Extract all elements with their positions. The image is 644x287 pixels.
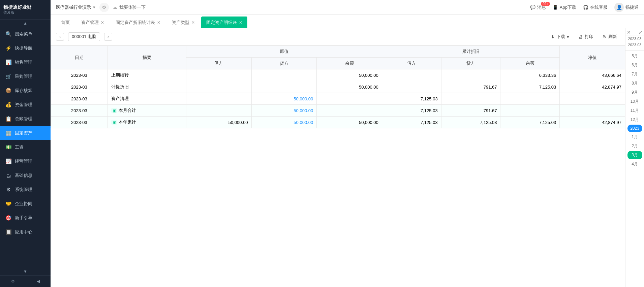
tab-label-0: 首页 — [61, 20, 70, 26]
collapse-button[interactable]: ◀ — [37, 279, 40, 284]
cell-orig-credit-0 — [251, 69, 317, 81]
topbar: 医疗器械行业演示 ▾ ⚙ ☁ 我要体验一下 💬 消息 99+ 📱 App下载 🎧… — [51, 0, 644, 15]
timeline-month-0-4[interactable]: 9月 — [627, 88, 642, 97]
sidebar-item-系统管理[interactable]: ⚙系统管理 — [0, 183, 51, 197]
col-summary: 摘要 — [108, 46, 186, 69]
tab-close-1[interactable]: ✕ — [101, 20, 104, 25]
app-download-button[interactable]: 📱 App下载 — [553, 4, 576, 10]
message-button[interactable]: 💬 消息 99+ — [530, 4, 546, 10]
sidebar-icon-3: 🛒 — [5, 73, 11, 79]
timeline-month-1-2[interactable]: 3月 — [627, 151, 642, 159]
cell-summary-2: 资产清理 — [108, 93, 186, 105]
cell-orig-credit-4: 50,000.00 — [251, 117, 317, 128]
timeline-month-0-6[interactable]: 11月 — [627, 106, 642, 115]
sidebar-icon-13: 🎯 — [5, 215, 11, 221]
cell-dep-credit-1: 791.67 — [441, 81, 500, 93]
cell-orig-debit-0 — [186, 69, 252, 81]
sidebar-item-采购管理[interactable]: 🛒采购管理 — [0, 69, 51, 84]
data-table: 日期 摘要 原值 累计折旧 净值 借方 贷方 余额 借方 — [51, 45, 625, 128]
sidebar-icon-7: 🏢 — [5, 130, 11, 136]
sidebar-icon-4: 📦 — [5, 88, 11, 94]
timeline-expand-button[interactable]: ⤢ — [639, 30, 643, 35]
sidebar-item-资金管理[interactable]: 💰资金管理 — [0, 98, 51, 112]
refresh-button[interactable]: ↻ 刷新 — [600, 32, 620, 41]
timeline-month-0-1[interactable]: 6月 — [627, 61, 642, 69]
topbar-settings-button[interactable]: ⚙ — [99, 3, 109, 12]
timeline-month-1-3[interactable]: 4月 — [627, 160, 642, 168]
print-button[interactable]: 🖨 打印 — [576, 32, 596, 41]
col-orig-credit: 贷方 — [251, 58, 317, 69]
tab-0[interactable]: 首页 — [56, 17, 75, 28]
timeline-month-0-5[interactable]: 10月 — [627, 97, 642, 106]
cell-dep-balance-1: 7,125.03 — [500, 81, 560, 93]
customer-service-button[interactable]: 🎧 在线客服 — [583, 4, 608, 10]
tab-1[interactable]: 资产管理 ✕ — [76, 17, 109, 28]
timeline-year-1: 2023 — [627, 125, 642, 132]
timeline-month-0-7[interactable]: 12月 — [627, 116, 642, 124]
main-area: 医疗器械行业演示 ▾ ⚙ ☁ 我要体验一下 💬 消息 99+ 📱 App下载 🎧… — [51, 0, 644, 287]
tab-close-4[interactable]: ✕ — [239, 20, 242, 25]
download-button[interactable]: ⬇ 下载 ▾ — [548, 32, 572, 41]
sidebar-item-搜索菜单[interactable]: 🔍搜索菜单 — [0, 27, 51, 41]
sidebar-scroll-down[interactable]: ▼ — [0, 268, 51, 275]
sidebar-scroll-up[interactable]: ▲ — [0, 20, 51, 27]
sidebar-item-企业协同[interactable]: 🤝企业协同 — [0, 197, 51, 211]
tab-close-2[interactable]: ✕ — [157, 20, 160, 25]
cell-net-value-1: 42,874.97 — [560, 81, 625, 93]
timeline-month-0-2[interactable]: 7月 — [627, 70, 642, 78]
sidebar-item-库存核算[interactable]: 📦库存核算 — [0, 84, 51, 98]
timeline-month-0-3[interactable]: 8月 — [627, 79, 642, 88]
sidebar-icon-8: 💵 — [5, 144, 11, 150]
sidebar-label-0: 搜索菜单 — [15, 31, 32, 37]
next-asset-button[interactable]: › — [104, 33, 112, 41]
table-row: 2023-03 ▣本月合计 50,000.00 7,125.03 791.67 — [51, 105, 625, 117]
inner-toolbar: ‹ 000001 电脑 › ⬇ 下载 ▾ 🖨 打印 — [51, 28, 625, 45]
cell-date-3: 2023-03 — [51, 105, 108, 117]
app-logo: 畅捷通好业财 普及版 — [0, 0, 51, 20]
refresh-label: 刷新 — [608, 34, 617, 40]
sidebar-item-总账管理[interactable]: 📋总账管理 — [0, 112, 51, 126]
sidebar: 畅捷通好业财 普及版 ▲ 🔍搜索菜单⚡快捷导航📊销售管理🛒采购管理📦库存核算💰资… — [0, 0, 51, 287]
cell-dep-debit-1 — [382, 81, 441, 93]
user-avatar[interactable]: 👤 畅捷通 — [614, 3, 639, 12]
tab-close-3[interactable]: ✕ — [191, 20, 195, 25]
settings-button[interactable]: ⚙ — [11, 279, 15, 284]
sidebar-item-新手引导[interactable]: 🎯新手引导 — [0, 211, 51, 225]
sidebar-item-基础信息[interactable]: 🗂基础信息 — [0, 168, 51, 183]
cell-dep-credit-3: 791.67 — [441, 105, 500, 117]
timeline-month-1-0[interactable]: 1月 — [627, 133, 642, 141]
col-orig-debit: 借方 — [186, 58, 252, 69]
tab-3[interactable]: 资产类型 ✕ — [167, 17, 200, 28]
timeline-month-1-1[interactable]: 2月 — [627, 142, 642, 150]
cell-summary-0: 上期结转 — [108, 69, 186, 81]
sidebar-item-快捷导航[interactable]: ⚡快捷导航 — [0, 41, 51, 55]
cell-orig-debit-2 — [186, 93, 252, 105]
download-icon: ⬇ — [551, 34, 555, 39]
avatar-icon: 👤 — [614, 3, 624, 12]
timeline-month-0-0[interactable]: 5月 — [627, 52, 642, 60]
cell-summary-3: ▣本月合计 — [108, 105, 186, 117]
cell-dep-debit-3: 7,125.03 — [382, 105, 441, 117]
company-selector[interactable]: 医疗器械行业演示 ▾ — [56, 4, 95, 10]
sidebar-item-固定资产[interactable]: 🏢固定资产 — [0, 126, 51, 140]
cell-dep-balance-3 — [500, 105, 560, 117]
sidebar-item-经营管理[interactable]: 📈经营管理 — [0, 154, 51, 168]
sidebar-item-应用中心[interactable]: 🔲应用中心 — [0, 225, 51, 239]
cell-dep-credit-0 — [441, 69, 500, 81]
tab-2[interactable]: 固定资产折旧统计表 ✕ — [111, 17, 165, 28]
cell-orig-balance-4: 50,000.00 — [317, 117, 382, 128]
tab-4[interactable]: 固定资产明细账 ✕ — [201, 17, 247, 28]
topbar-right: 💬 消息 99+ 📱 App下载 🎧 在线客服 👤 畅捷通 — [530, 3, 639, 12]
timeline-close-button[interactable]: ✕ — [627, 30, 631, 35]
prev-asset-button[interactable]: ‹ — [56, 33, 64, 41]
sidebar-item-工资[interactable]: 💵工资 — [0, 140, 51, 154]
timeline-header-1: 2023.03 — [628, 35, 642, 42]
cell-orig-balance-1: 50,000.00 — [317, 81, 382, 93]
cell-orig-balance-2 — [317, 93, 382, 105]
sidebar-item-销售管理[interactable]: 📊销售管理 — [0, 55, 51, 69]
sidebar-label-12: 企业协同 — [15, 201, 32, 207]
toolbar-right: ⬇ 下载 ▾ 🖨 打印 ↻ 刷新 — [548, 32, 620, 41]
cell-date-2: 2023-03 — [51, 93, 108, 105]
experience-button[interactable]: ☁ 我要体验一下 — [113, 4, 146, 10]
table-row: 2023-03 计提折旧 50,000.00 791.67 7,125.03 4… — [51, 81, 625, 93]
